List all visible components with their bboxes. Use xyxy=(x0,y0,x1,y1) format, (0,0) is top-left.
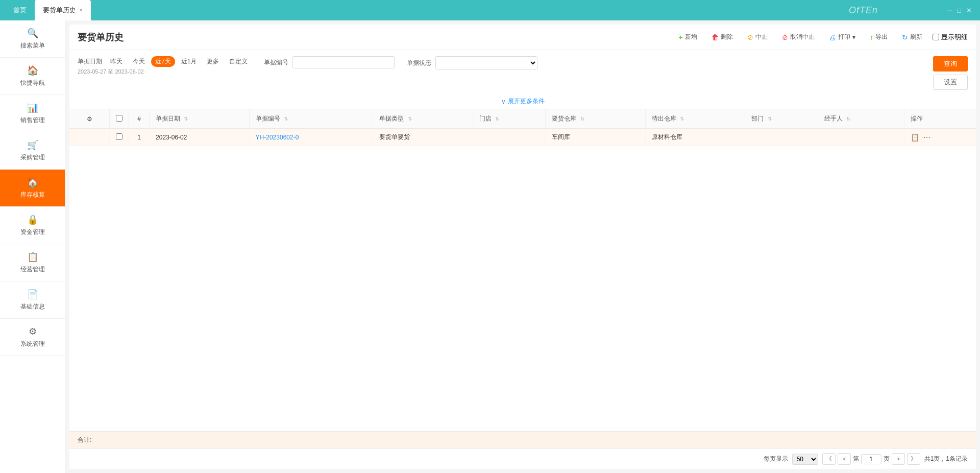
export-button[interactable]: ↑ 导出 xyxy=(866,31,892,43)
col-bill-no-label: 单据编号 xyxy=(256,115,280,122)
col-handler[interactable]: 经手人 ⇅ xyxy=(818,109,904,129)
cancel-stop-button[interactable]: ⊘ 取消中止 xyxy=(778,31,819,43)
expand-more-btn[interactable]: ∨ 展开更多条件 xyxy=(78,94,968,109)
maximize-icon[interactable]: □ xyxy=(957,7,961,14)
col-bill-no[interactable]: 单据编号 ⇅ xyxy=(249,109,373,129)
row-number: 1 xyxy=(129,129,150,146)
col-settings[interactable]: ⚙ xyxy=(69,109,110,129)
sidebar-item-inventory[interactable]: 🏠 库存核算 xyxy=(0,170,65,207)
page-label: 第 xyxy=(853,455,859,463)
stop-button[interactable]: ⊘ 中止 xyxy=(743,31,772,43)
date-btn-7days[interactable]: 近7天 xyxy=(151,56,175,67)
tab-requisition-history[interactable]: 要货单历史 × xyxy=(35,0,91,20)
tab-bar: 首页 要货单历史 × xyxy=(5,0,947,20)
sidebar-item-operations[interactable]: 📋 经营管理 xyxy=(0,244,65,281)
table-row: 1 2023-06-02 YH-20230602-0 要货单要货 车间库 原材料… xyxy=(69,129,976,146)
sidebar-item-quick-nav[interactable]: 🏠 快捷导航 xyxy=(0,58,65,95)
sidebar-item-inventory-label: 库存核算 xyxy=(20,191,45,199)
row-bill-no[interactable]: YH-20230602-0 xyxy=(249,129,373,146)
row-actions: 📋 ⋯ xyxy=(904,129,976,146)
col-req-warehouse-sort-icon: ⇅ xyxy=(580,116,584,122)
search-menu-icon: 🔍 xyxy=(27,28,38,39)
date-btn-yesterday[interactable]: 昨天 xyxy=(106,56,127,67)
new-button[interactable]: + 新增 xyxy=(674,31,701,43)
col-store[interactable]: 门店 ⇅ xyxy=(473,109,546,129)
page-nav: 《 ＜ 第 页 ＞ 》 xyxy=(822,453,920,465)
sidebar-item-basic-info-label: 基础信息 xyxy=(20,302,45,311)
select-all-checkbox[interactable] xyxy=(116,115,122,122)
sidebar-item-operations-label: 经营管理 xyxy=(20,265,45,274)
sidebar-item-sales[interactable]: 📊 销售管理 xyxy=(0,95,65,132)
main-layout: 🔍 搜索菜单 🏠 快捷导航 📊 销售管理 🛒 采购管理 🏠 库存核算 🔒 资金管… xyxy=(0,20,980,473)
tab-close-icon[interactable]: × xyxy=(79,7,83,14)
sidebar-item-purchase[interactable]: 🛒 采购管理 xyxy=(0,132,65,170)
delete-button[interactable]: 🗑 删除 xyxy=(707,31,737,43)
top-bar: 首页 要货单历史 × OfTEn ─ □ ✕ xyxy=(0,0,980,20)
filter-status-group: 单据状态 xyxy=(407,56,537,69)
page-title: 要货单历史 xyxy=(78,31,124,43)
table-header-row: ⚙ # 单据日期 ⇅ 单据编号 ⇅ xyxy=(69,109,976,129)
col-store-sort-icon: ⇅ xyxy=(495,116,499,122)
col-handler-sort-icon: ⇅ xyxy=(846,116,850,122)
query-button[interactable]: 查询 xyxy=(933,56,968,72)
col-date[interactable]: 单据日期 ⇅ xyxy=(150,109,250,129)
prev-page-btn[interactable]: ＜ xyxy=(838,453,851,465)
minimize-icon[interactable]: ─ xyxy=(947,7,952,14)
date-btn-today[interactable]: 今天 xyxy=(129,56,149,67)
last-page-btn[interactable]: 》 xyxy=(907,453,920,465)
print-icon: 🖨 xyxy=(829,33,836,41)
row-settings xyxy=(69,129,110,146)
col-req-warehouse[interactable]: 要货仓库 ⇅ xyxy=(546,109,646,129)
next-page-btn[interactable]: ＞ xyxy=(892,453,905,465)
status-select[interactable] xyxy=(435,56,537,69)
row-bill-no-link[interactable]: YH-20230602-0 xyxy=(256,134,299,141)
col-bill-type[interactable]: 单据类型 ⇅ xyxy=(373,109,473,129)
col-department-sort-icon: ⇅ xyxy=(768,116,772,122)
col-handler-label: 经手人 xyxy=(824,115,843,122)
cancel-stop-icon: ⊘ xyxy=(782,33,788,41)
total-info: 共1页，1条记录 xyxy=(924,455,968,463)
close-icon[interactable]: ✕ xyxy=(966,7,972,14)
expand-more-label: 展开更多条件 xyxy=(508,97,545,106)
col-pending-warehouse[interactable]: 待出仓库 ⇅ xyxy=(645,109,745,129)
filter-date-group: 单据日期 昨天 今天 近7天 近1月 更多 自定义 2023-05-27 至 2… xyxy=(78,56,252,76)
display-detail-checkbox[interactable] xyxy=(933,34,939,40)
bill-no-input[interactable] xyxy=(292,56,395,68)
first-page-btn[interactable]: 《 xyxy=(822,453,836,465)
row-edit-icon[interactable]: 📋 xyxy=(911,133,919,141)
table-footer: 合计: xyxy=(69,431,976,448)
sidebar: 🔍 搜索菜单 🏠 快捷导航 📊 销售管理 🛒 采购管理 🏠 库存核算 🔒 资金管… xyxy=(0,20,65,473)
sidebar-item-finance[interactable]: 🔒 资金管理 xyxy=(0,207,65,244)
sidebar-item-system[interactable]: ⚙ 系统管理 xyxy=(0,319,65,356)
sidebar-item-basic-info[interactable]: 📄 基础信息 xyxy=(0,281,65,319)
action-icons-group: 📋 ⋯ xyxy=(911,133,970,141)
tab-home[interactable]: 首页 xyxy=(5,0,35,20)
date-range-text: 2023-05-27 至 2023-06-02 xyxy=(78,68,252,76)
date-btn-1month[interactable]: 近1月 xyxy=(177,56,201,67)
tab-requisition-label: 要货单历史 xyxy=(43,6,76,15)
col-store-label: 门店 xyxy=(479,115,492,122)
row-req-warehouse: 车间库 xyxy=(546,129,646,146)
settings-button[interactable]: 设置 xyxy=(933,75,968,90)
system-icon: ⚙ xyxy=(29,326,37,337)
row-date: 2023-06-02 xyxy=(150,129,250,146)
operations-icon: 📋 xyxy=(27,251,38,263)
per-page-label: 每页显示 xyxy=(764,455,788,463)
date-btn-more[interactable]: 更多 xyxy=(203,56,223,67)
refresh-button[interactable]: ↻ 刷新 xyxy=(898,31,926,43)
row-more-icon[interactable]: ⋯ xyxy=(923,133,930,141)
expand-down-icon: ∨ xyxy=(501,98,506,105)
row-checkbox-cell xyxy=(110,129,129,146)
date-btn-custom[interactable]: 自定义 xyxy=(225,56,252,67)
col-department[interactable]: 部门 ⇅ xyxy=(745,109,818,129)
row-department xyxy=(745,129,818,146)
print-dropdown-icon: ▾ xyxy=(852,34,855,41)
row-checkbox[interactable] xyxy=(116,133,122,140)
per-page-select[interactable]: 50 20 100 xyxy=(792,454,818,465)
page-input[interactable] xyxy=(861,454,881,464)
tab-home-label: 首页 xyxy=(13,6,27,15)
print-button[interactable]: 🖨 打印 ▾ xyxy=(825,31,860,43)
sidebar-item-search-menu[interactable]: 🔍 搜索菜单 xyxy=(0,20,65,58)
new-label: 新增 xyxy=(685,33,697,41)
quick-nav-icon: 🏠 xyxy=(27,65,38,76)
